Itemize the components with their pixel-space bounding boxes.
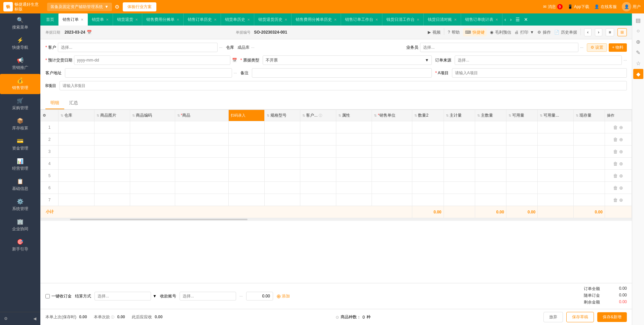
row-1-copy-btn[interactable]: ⊕ — [619, 125, 623, 130]
tab-expense-history[interactable]: 销售费用分摊单历史 ✕ — [292, 13, 341, 26]
customer-more-btn[interactable]: ··· — [219, 45, 223, 50]
row-1-warehouse[interactable] — [59, 121, 94, 133]
sidebar-settings-btn[interactable]: ⚙ — [3, 315, 9, 322]
right-panel-btn-4[interactable]: ✎ — [633, 47, 643, 57]
tab-close-return[interactable]: ✕ — [135, 18, 138, 22]
tab-detail[interactable]: 明细 — [45, 97, 64, 109]
col-unit[interactable]: ⇅ *销售单位 — [372, 110, 412, 121]
row-3-code[interactable] — [130, 146, 175, 158]
row-1-delete-btn[interactable]: 🗑 — [613, 125, 618, 130]
row-2-attribute[interactable] — [336, 133, 372, 146]
row-1-spec[interactable] — [264, 121, 300, 133]
right-panel-btn-5[interactable]: ☆ — [633, 58, 643, 68]
staff-input[interactable] — [420, 43, 578, 52]
row-2-image[interactable] — [94, 133, 130, 146]
row-3-main-qty[interactable] — [475, 146, 506, 158]
right-panel-btn-1[interactable]: ▤ — [633, 15, 643, 25]
date-field[interactable]: 2023-03-24 📅 — [62, 28, 232, 37]
row-1-customer-code[interactable] — [300, 121, 336, 133]
row-3-qty2[interactable] — [412, 146, 444, 158]
row-6-customer-code[interactable] — [300, 182, 336, 194]
row-2-spec[interactable] — [264, 133, 300, 146]
list-view-btn[interactable]: ⊞ — [617, 28, 627, 36]
row-7-spec[interactable] — [264, 194, 300, 206]
row-3-unit[interactable] — [372, 146, 412, 158]
row-1-main-qty[interactable] — [475, 121, 506, 133]
row-7-customer-code[interactable] — [300, 194, 336, 206]
sidebar-item-nav[interactable]: ⚡ 快捷导航 — [0, 34, 40, 54]
add-material-btn[interactable]: + 物料 — [609, 43, 627, 52]
sidebar-item-finance[interactable]: 💳 资金管理 — [0, 134, 40, 155]
sidebar-collapse-btn[interactable]: ◀ — [32, 315, 38, 322]
system-selector[interactable]: 装备及固定资产辅助管理系统 ▼ — [47, 3, 112, 11]
row-5-copy-btn[interactable]: ⊕ — [619, 173, 623, 178]
tab-close-daily-workbench[interactable]: ✕ — [417, 18, 419, 22]
row-5-customer-code[interactable] — [300, 170, 336, 182]
sidebar-item-marketing[interactable]: 📢 营销推广 — [0, 54, 40, 74]
row-4-main-unit[interactable] — [444, 158, 475, 170]
sidebar-item-purchase[interactable]: 🛒 采购管理 — [0, 94, 40, 114]
staff-more-btn[interactable]: ··· — [580, 45, 583, 50]
tab-close-bill-history[interactable]: ✕ — [247, 18, 250, 22]
row-4-copy-btn[interactable]: ⊕ — [619, 161, 623, 166]
user-item[interactable]: 👤 用户 — [622, 2, 641, 11]
row-2-scan[interactable] — [229, 133, 265, 146]
col-main-unit[interactable]: ⇅ 主计量 — [444, 110, 475, 121]
row-2-code[interactable] — [130, 133, 175, 146]
right-panel-btn-3[interactable]: ⊕ — [633, 37, 643, 47]
tab-sales-order[interactable]: 销售订单 ✕ — [59, 13, 88, 26]
row-2-main-unit[interactable] — [444, 133, 475, 146]
tab-bill-history[interactable]: 销货单历史 ✕ — [221, 13, 254, 26]
row-2-product[interactable] — [175, 133, 229, 146]
row-2-copy-btn[interactable]: ⊕ — [619, 137, 623, 142]
calendar-icon[interactable]: 📅 — [87, 30, 92, 35]
row-3-current-qty[interactable] — [573, 146, 605, 158]
calendar2-icon[interactable]: 📅 — [232, 58, 237, 63]
row-2-customer-code[interactable] — [300, 133, 336, 146]
b-project-input[interactable] — [60, 81, 627, 90]
row-6-delete-btn[interactable]: 🗑 — [613, 185, 618, 191]
row-7-available1[interactable] — [506, 194, 537, 206]
row-5-main-unit[interactable] — [444, 170, 475, 182]
right-panel-btn-6[interactable]: ◆ — [633, 69, 643, 79]
bank-account-more-btn[interactable]: ··· — [239, 294, 243, 298]
row-6-product[interactable] — [175, 182, 229, 194]
tab-order-workbench[interactable]: 销售订单工作台 ✕ — [341, 13, 382, 26]
row-4-code[interactable] — [130, 158, 175, 170]
row-7-available2[interactable] — [538, 194, 574, 206]
quick-checkout-check[interactable] — [45, 294, 50, 298]
row-7-copy-btn[interactable]: ⊕ — [619, 197, 623, 203]
row-4-customer-code[interactable] — [300, 158, 336, 170]
col-warehouse[interactable]: ⇅ 仓库 — [59, 110, 94, 121]
row-2-unit[interactable] — [372, 133, 412, 146]
row-7-qty2[interactable] — [412, 194, 444, 206]
row-5-spec[interactable] — [264, 170, 300, 182]
amount-input[interactable] — [246, 292, 273, 300]
row-7-image[interactable] — [94, 194, 130, 206]
tab-home[interactable]: 首页 — [42, 13, 59, 26]
row-7-delete-btn[interactable]: 🗑 — [613, 197, 618, 203]
row-5-unit[interactable] — [372, 170, 412, 182]
row-5-image[interactable] — [94, 170, 130, 182]
row-6-warehouse[interactable] — [59, 182, 94, 194]
row-1-qty2[interactable] — [412, 121, 444, 133]
row-5-current-qty[interactable] — [573, 170, 605, 182]
col-current-qty[interactable]: ⇅ 现存量 — [573, 110, 605, 121]
profit-btn[interactable]: ◉ 毛利预估 — [490, 28, 511, 36]
row-2-available1[interactable] — [506, 133, 537, 146]
sidebar-item-inventory[interactable]: 📦 库存核算 — [0, 114, 40, 134]
row-3-customer-code[interactable] — [300, 146, 336, 158]
row-4-attribute[interactable] — [336, 158, 372, 170]
row-1-attribute[interactable] — [336, 121, 372, 133]
row-3-image[interactable] — [94, 146, 130, 158]
row-7-attribute[interactable] — [336, 194, 372, 206]
row-1-available2[interactable] — [538, 121, 574, 133]
tab-close-all-btn[interactable]: ✕ — [522, 13, 530, 26]
row-4-delete-btn[interactable]: 🗑 — [613, 161, 618, 166]
col-code[interactable]: ⇅ 商品编码 — [130, 110, 175, 121]
row-5-warehouse[interactable] — [59, 170, 94, 182]
tab-next-btn[interactable]: › — [508, 13, 514, 26]
col-image[interactable]: ⇅ 商品图片 — [94, 110, 130, 121]
tab-prev-btn[interactable]: ‹ — [502, 13, 508, 26]
tab-close-order-stats[interactable]: ✕ — [495, 18, 498, 22]
